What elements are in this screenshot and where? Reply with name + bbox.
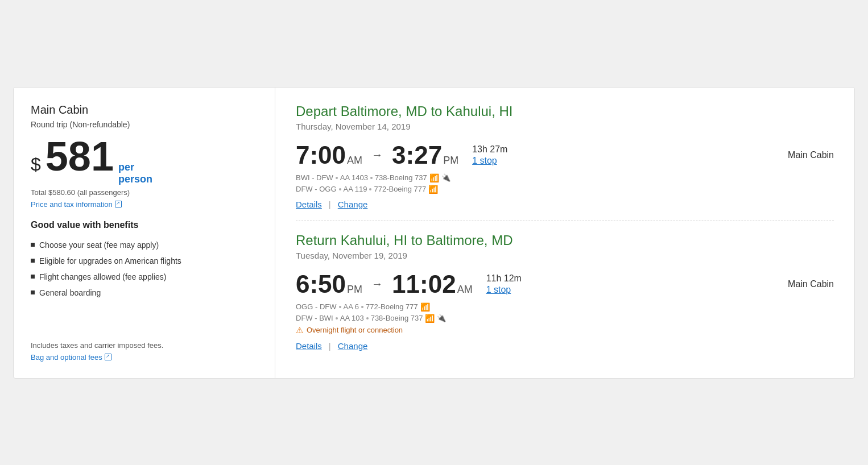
pipe-separator: |	[329, 341, 331, 351]
dot-separator	[336, 177, 338, 179]
benefit-item-1: Choose your seat (fee may apply)	[31, 237, 258, 253]
depart-duration: 13h 27m	[472, 144, 507, 155]
wifi-icon: 📶	[425, 314, 435, 323]
return-depart-time: 6:50PM	[296, 272, 362, 297]
return-details-button[interactable]: Details	[296, 341, 322, 351]
dollar-sign: $	[31, 154, 41, 175]
wifi-icon: 📶	[428, 185, 438, 194]
per-person-label: perperson	[118, 161, 152, 186]
footer-section: Includes taxes and carrier imposed fees.…	[31, 341, 258, 362]
dot-separator	[339, 306, 341, 308]
dot-separator	[361, 306, 363, 308]
price-tax-link[interactable]: Price and tax information	[31, 200, 122, 209]
bullet-icon	[31, 243, 35, 247]
arrow-icon: →	[371, 277, 383, 290]
return-date: Tuesday, November 19, 2019	[296, 251, 834, 260]
usb-icon: 🔌	[441, 173, 450, 182]
usb-icon: 🔌	[437, 314, 446, 322]
benefits-title: Good value with benefits	[31, 220, 258, 230]
total-price-label: Total $580.60 (all passengers)	[31, 188, 258, 197]
return-heading: Return Kahului, HI to Baltimore, MD	[296, 232, 834, 248]
dot-separator	[336, 317, 338, 319]
overnight-warning: ⚠ Overnight flight or connection	[296, 325, 834, 335]
depart-duration-stop: 13h 27m 1 stop	[472, 144, 507, 166]
return-cabin-label: Main Cabin	[788, 279, 834, 289]
external-link-icon	[105, 354, 111, 360]
arrow-icon: →	[371, 148, 383, 161]
return-arrive-time: 11:02AM	[392, 272, 473, 297]
benefit-item-2: Eligible for upgrades on American flight…	[31, 253, 258, 269]
depart-leg1-details: BWI - DFW AA 1403 738-Boeing 737 📶 🔌	[296, 173, 834, 182]
dot-separator	[370, 177, 373, 179]
depart-arrive-time: 3:27PM	[392, 143, 458, 168]
bag-fees-link[interactable]: Bag and optional fees	[31, 353, 111, 362]
depart-times-row: 7:00AM → 3:27PM 13h 27m 1 stop Main Cabi…	[296, 143, 834, 168]
cabin-type-label: Main Cabin	[31, 103, 258, 117]
depart-details-button[interactable]: Details	[296, 200, 322, 209]
footer-note: Includes taxes and carrier imposed fees.	[31, 341, 258, 350]
bullet-icon	[31, 290, 35, 294]
return-section: Return Kahului, HI to Baltimore, MD Tues…	[296, 221, 834, 362]
return-stop-link[interactable]: 1 stop	[486, 285, 511, 295]
pipe-separator: |	[329, 200, 331, 209]
depart-actions: Details | Change	[296, 200, 834, 209]
dot-separator	[369, 188, 371, 190]
price-row: $ 581 perperson	[31, 136, 258, 186]
bullet-icon	[31, 275, 35, 279]
bullet-icon	[31, 259, 35, 263]
depart-date: Thursday, November 14, 2019	[296, 122, 834, 131]
depart-depart-time: 7:00AM	[296, 143, 362, 168]
wifi-icon: 📶	[420, 302, 430, 312]
return-leg2-details: DFW - BWI AA 103 738-Boeing 737 📶 🔌	[296, 314, 834, 323]
dot-separator	[339, 188, 341, 190]
depart-section: Depart Baltimore, MD to Kahului, HI Thur…	[296, 103, 834, 221]
benefits-list: Choose your seat (fee may apply) Eligibl…	[31, 237, 258, 301]
right-panel: Depart Baltimore, MD to Kahului, HI Thur…	[275, 88, 854, 378]
price-amount: 581	[46, 136, 114, 177]
depart-leg2-details: DFW - OGG AA 119 772-Boeing 777 📶	[296, 185, 834, 194]
return-actions: Details | Change	[296, 341, 834, 351]
trip-type-label: Round trip (Non-refundable)	[31, 120, 258, 129]
benefit-item-4: General boarding	[31, 285, 258, 301]
return-times-row: 6:50PM → 11:02AM 11h 12m 1 stop Main Cab…	[296, 272, 834, 297]
left-panel: Main Cabin Round trip (Non-refundable) $…	[14, 88, 275, 378]
dot-separator	[366, 317, 369, 319]
depart-stop-link[interactable]: 1 stop	[472, 156, 497, 166]
external-link-icon	[115, 201, 122, 207]
wifi-icon: 📶	[429, 173, 439, 182]
return-change-button[interactable]: Change	[338, 341, 368, 351]
benefit-item-3: Flight changes allowed (fee applies)	[31, 269, 258, 285]
booking-card: Main Cabin Round trip (Non-refundable) $…	[13, 87, 855, 379]
return-leg1-details: OGG - DFW AA 6 772-Boeing 777 📶	[296, 302, 834, 312]
depart-cabin-label: Main Cabin	[788, 150, 834, 160]
depart-heading: Depart Baltimore, MD to Kahului, HI	[296, 103, 834, 119]
return-duration: 11h 12m	[486, 273, 522, 284]
depart-change-button[interactable]: Change	[338, 200, 368, 209]
return-duration-stop: 11h 12m 1 stop	[486, 273, 522, 295]
warning-triangle-icon: ⚠	[296, 325, 303, 335]
